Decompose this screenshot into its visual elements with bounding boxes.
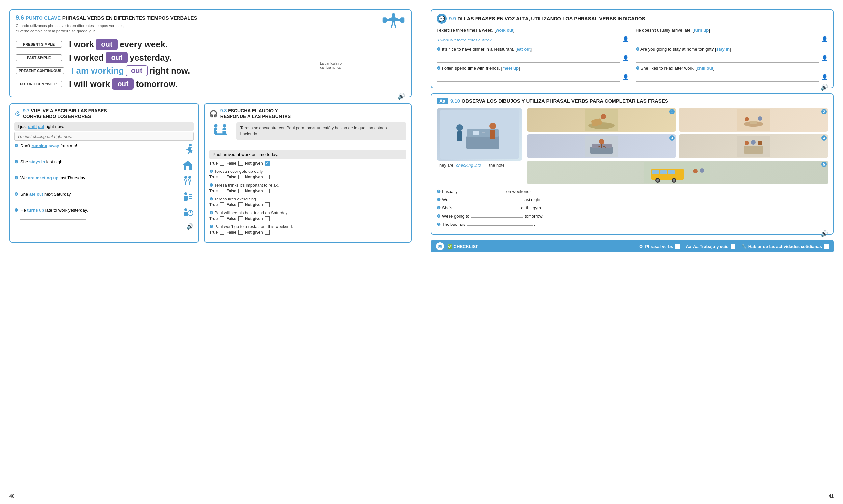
main-image — [437, 108, 522, 161]
bus-scene-svg — [644, 162, 710, 183]
svg-rect-59 — [743, 145, 763, 154]
svg-point-25 — [222, 124, 226, 128]
speech-bubble-icon: 💬 — [437, 14, 447, 24]
particle-note: La partícula no cambia nunca. — [316, 61, 346, 70]
q-num-3: ❸ — [210, 197, 213, 201]
phrasal-99-4: stay in — [716, 47, 730, 52]
word-up: up — [53, 176, 59, 180]
section-97-header: ⚙ 9.7 VUELVE A ESCRIBIR LAS FRASESCORRIG… — [15, 108, 194, 119]
cl-checkbox-3[interactable] — [824, 244, 828, 249]
fill-sentences: ❶ I usually on weekends. ❷ We last night… — [437, 189, 828, 227]
side-image-5: 5 — [527, 161, 828, 184]
q-text-1: ❶ Teresa never gets up early. — [210, 169, 406, 174]
cb-true-ex[interactable] — [220, 161, 224, 166]
q-num-4: ❹ — [210, 211, 213, 215]
phrasal-99-1: eat out — [517, 47, 531, 52]
exercise-99-3: He doesn't usually arrive late. [turn up… — [635, 28, 828, 43]
checklist-label: ✅ CHECKLIST — [447, 244, 478, 249]
cb-ng-2[interactable] — [265, 188, 270, 193]
after-past-simple: yesterday. — [130, 53, 172, 63]
speaker-icon-99-4: 👤 — [821, 55, 828, 61]
audio-button-99[interactable]: 🔊 — [821, 84, 828, 91]
svg-rect-15 — [184, 196, 188, 201]
svg-rect-16 — [189, 194, 192, 195]
before-present-continuous: I am working — [71, 66, 124, 76]
svg-line-8 — [394, 22, 396, 27]
cb-ng-4[interactable] — [265, 216, 270, 221]
cb-false-2[interactable] — [238, 188, 243, 193]
error-original-0: I just chill out right now. — [18, 124, 190, 129]
cb-ng-ex[interactable] — [265, 161, 270, 166]
word-stays: stays — [29, 159, 40, 164]
particle-future-will: out — [112, 78, 134, 90]
svg-point-68 — [673, 179, 676, 182]
bottom-row: ⚙ 9.7 VUELVE A ESCRIBIR LAS FRASESCORRIG… — [9, 103, 412, 242]
svg-rect-27 — [222, 128, 226, 134]
phrasal-99-0: work out — [496, 28, 513, 33]
before-present-simple: I work — [69, 39, 94, 50]
weightlifter-icon — [382, 11, 405, 36]
svg-rect-28 — [215, 133, 227, 135]
error-original-5: He turns up late to work yesterday. — [20, 208, 88, 213]
after-present-continuous: right now. — [149, 66, 190, 76]
cb-ng-5[interactable] — [265, 230, 270, 235]
cb-true-4[interactable] — [220, 216, 224, 221]
gear-icon-97: ⚙ — [15, 110, 20, 118]
q-item-3: ❸ Teresa likes exercising. True False No… — [210, 197, 406, 207]
sentence-past-simple: I worked out yesterday. — [69, 52, 405, 63]
svg-rect-36 — [490, 130, 495, 139]
svg-point-70 — [700, 168, 704, 173]
q-text-3: ❸ Teresa likes exercising. — [210, 197, 406, 201]
page-num-right: 41 — [828, 493, 834, 499]
exercise-99-4: ❹ Are you going to stay at home tonight?… — [635, 47, 828, 62]
side-image-1: 1 — [527, 108, 676, 132]
svg-rect-17 — [189, 196, 192, 197]
cl-checkbox-1[interactable] — [675, 244, 680, 249]
cb-false-5[interactable] — [238, 230, 243, 235]
speaker-icon-99-3: 👤 — [821, 36, 828, 42]
cb-true-2[interactable] — [220, 188, 224, 193]
cb-true-5[interactable] — [220, 230, 224, 235]
error-item-3: ❸ We are meeting up last Thursday. — [15, 176, 194, 188]
checklist-num: 09 — [436, 242, 444, 250]
audio-button-97[interactable]: 🔊 — [186, 223, 194, 230]
svg-point-51 — [599, 139, 604, 144]
section-98-title: 9.8 ESCUCHA EL AUDIO YRESPONDE A LAS PRE… — [220, 108, 291, 119]
fill-item-3: ❸ She's at the gym. — [437, 205, 828, 210]
cb-ng-1[interactable] — [265, 175, 270, 179]
q-text-4: ❹ Paul will see his best friend on Satur… — [210, 210, 406, 215]
section-96-desc: Cuando utilizamos phrasal verbs en difer… — [16, 23, 124, 34]
cb-ng-3[interactable] — [265, 202, 270, 207]
sentence-present-continuous: I am working out right now. — [71, 65, 405, 76]
svg-point-58 — [758, 141, 762, 145]
tfng-5: True False Not given — [210, 230, 406, 235]
cb-true-3[interactable] — [220, 202, 224, 207]
fill-item-2: ❷ We last night. — [437, 197, 828, 202]
answer-line-1 — [20, 149, 86, 155]
audio-button-910[interactable]: 🔊 — [821, 230, 828, 237]
cb-false-1[interactable] — [238, 175, 243, 179]
cb-true-1[interactable] — [220, 175, 224, 179]
answer-99-1 — [437, 53, 621, 62]
word-away: away — [49, 143, 59, 148]
phrasal-99-5: chill out — [697, 66, 713, 71]
cb-false-3[interactable] — [238, 202, 243, 207]
cl-checkbox-2[interactable] — [731, 244, 735, 249]
q-num-5: ❺ — [210, 224, 213, 229]
tfng-3: True False Not given — [210, 202, 406, 207]
label-past-simple: PAST SIMPLE — [16, 54, 62, 61]
cb-false-ex[interactable] — [238, 161, 243, 166]
num-badge-1: 1 — [669, 109, 675, 114]
word-meeting: are meeting — [28, 176, 52, 180]
audio-button-96[interactable]: 🔊 — [398, 93, 405, 100]
label-present-continuous: PRESENT CONTINUOUS — [16, 68, 64, 74]
cb-false-4[interactable] — [238, 216, 243, 221]
num-5-97: ❺ — [15, 208, 18, 213]
num-4-97: ❹ — [15, 192, 18, 197]
fill-item-5: ❺ The bus has . — [437, 222, 828, 227]
phrasal-99-2: meet up — [502, 66, 519, 71]
main-sentence: They are checking into the hotel. — [437, 163, 522, 168]
section-910: Aa 9.10 OBSERVA LOS DIBUJOS Y UTILIZA PH… — [431, 93, 834, 235]
fill-blank-4 — [470, 217, 523, 218]
svg-rect-4 — [392, 17, 395, 22]
